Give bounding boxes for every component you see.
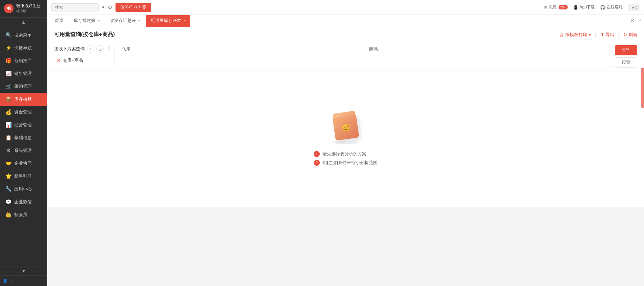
user-avatar-icon: 👤: [3, 279, 8, 283]
tab-batch-account-label: 库存批次账: [74, 18, 96, 24]
right-scrollbar[interactable]: [641, 68, 644, 108]
warehouse-filter-input[interactable]: [134, 45, 356, 53]
expand-tabs-button[interactable]: ⤢: [637, 18, 641, 24]
phone-icon: 📱: [573, 5, 578, 10]
sidebar-item-apps[interactable]: 🔧 应用中心: [0, 183, 47, 196]
sidebar-item-sales[interactable]: 📈 销售管理: [0, 67, 47, 80]
sidebar-item-shortcut-label: 快捷导航: [14, 45, 32, 51]
sidebar-item-finance[interactable]: 💰 资金管理: [0, 106, 47, 119]
filter-fields: 仓库 ··· 商品 ···: [115, 45, 610, 68]
warehouse-more-button[interactable]: ···: [359, 47, 362, 52]
collapse-filter-button[interactable]: 《: [106, 45, 110, 53]
sidebar-item-wechat-label: 企业微信: [14, 199, 32, 205]
sidebar-item-system[interactable]: ⚙ 系统管理: [0, 144, 47, 157]
tab-home-label: 首页: [55, 18, 63, 24]
print-dropdown-icon: ▾: [589, 32, 591, 37]
app-download-button[interactable]: 📱 App下载: [573, 4, 595, 10]
sidebar-item-onboarding[interactable]: 🌟 新手引导: [0, 170, 47, 183]
tab-available-qty[interactable]: 可用量库存账本 ×: [146, 15, 190, 27]
operations-icon: 📊: [5, 122, 11, 128]
sidebar-item-marketing-label: 营销推广: [14, 58, 32, 64]
page-content: 可用量查询(按仓库+商品) 🖨 按模板打印 ▾ | ⬆ 导出 | ↻ 刷新: [47, 27, 644, 286]
add-icon: +: [89, 47, 92, 52]
export-button[interactable]: ⬆ 导出: [600, 32, 614, 38]
marketing-icon: 🎁: [5, 58, 11, 64]
tab-available-qty-close[interactable]: ×: [183, 19, 185, 23]
add-schema-button[interactable]: +: [87, 45, 94, 53]
product-filter-field: 商品 ···: [369, 45, 610, 53]
industry-solution-button[interactable]: 体验行业方案: [115, 3, 151, 12]
user-menu-button[interactable]: Rit: [628, 4, 640, 11]
close-all-tabs-button[interactable]: ✕: [630, 18, 635, 24]
sidebar-scroll-down[interactable]: ▼: [0, 266, 47, 276]
product-filter-label: 商品: [369, 46, 379, 52]
app-logo: 畅: [4, 4, 14, 13]
schema-item-warehouse-product[interactable]: ⊙ 仓库+商品: [54, 55, 110, 66]
search-input[interactable]: [51, 3, 99, 11]
page-header: 可用量查询(按仓库+商品) 🖨 按模板打印 ▾ | ⬆ 导出 | ↻ 刷新: [47, 27, 644, 41]
tab-home[interactable]: 首页: [50, 15, 68, 27]
sidebar-item-finance-label: 资金管理: [14, 109, 32, 115]
page-title: 可用量查询(按仓库+商品): [54, 31, 115, 38]
print-icon: 🖨: [560, 32, 564, 37]
schema-settings-button[interactable]: ⊙: [96, 45, 104, 53]
sidebar-item-sales-label: 销售管理: [14, 71, 32, 77]
query-button[interactable]: 查询: [615, 45, 637, 55]
enterprise-icon: 🤝: [5, 160, 11, 166]
filter-section: 按以下方案查询 + ⊙ 《 ⊙ 仓库+商品: [47, 41, 644, 72]
sidebar-nav: 🔍 搜索菜单 ⚡ 快捷导航 🎁 营销推广 📈 销售管理 🛒 采购管理 📦 库存核…: [0, 27, 47, 266]
message-button[interactable]: ✉ 消息 99+: [544, 4, 568, 10]
message-label: 消息: [548, 4, 557, 10]
online-service-label: 在线客服: [607, 4, 623, 10]
refresh-button[interactable]: ↻ 刷新: [623, 32, 637, 38]
empty-tip-2: 2 用[过滤]条件来缩小分析范围: [314, 160, 378, 166]
topbar-right: ✉ 消息 99+ 📱 App下载 🎧 在线客服 Rit: [544, 4, 640, 11]
member-icon: 👑: [5, 212, 11, 218]
tab-batch-account-close[interactable]: ×: [98, 19, 100, 23]
tab-summary[interactable]: 收发存汇总表 ×: [105, 15, 145, 27]
print-button[interactable]: 🖨 按模板打印 ▾: [560, 32, 591, 38]
purchase-icon: 🛒: [5, 83, 11, 89]
empty-illustration: 😊: [329, 110, 363, 144]
sidebar-item-enterprise-label: 企业协同: [14, 160, 32, 166]
topbar-dropdown-btn[interactable]: ▾: [102, 5, 104, 10]
tab-batch-account[interactable]: 库存批次账 ×: [69, 15, 104, 27]
app-version: 标准版: [16, 9, 41, 14]
export-icon: ⬆: [600, 32, 604, 37]
empty-tip-1: 1 请先选择要分析的方案: [314, 151, 378, 157]
sidebar-item-member[interactable]: 👑 畅会员: [0, 208, 47, 221]
filter-sidebar-title: 按以下方案查询: [54, 46, 85, 52]
sidebar-item-apps-label: 应用中心: [14, 186, 32, 192]
sidebar-item-operations-label: 经营管理: [14, 122, 32, 128]
filter-settings-button[interactable]: 设置: [615, 57, 637, 68]
tab-summary-close[interactable]: ×: [138, 19, 140, 23]
tip-2-number: 2: [314, 160, 320, 166]
filter-sidebar-header: 按以下方案查询 + ⊙ 《: [54, 45, 110, 53]
topbar-gear-icon[interactable]: ⚙: [108, 4, 112, 10]
tip-1-text: 请先选择要分析的方案: [323, 151, 366, 157]
main-area: ▾ ⚙ 体验行业方案 ✉ 消息 99+ 📱 App下载 🎧 在线客服 Rit: [47, 0, 644, 286]
filter-schema-sidebar: 按以下方案查询 + ⊙ 《 ⊙ 仓库+商品: [54, 45, 115, 68]
product-more-button[interactable]: ···: [606, 47, 610, 52]
message-icon: ✉: [544, 5, 547, 10]
sidebar-item-inventory[interactable]: 📦 库存核算: [0, 93, 47, 106]
sidebar-item-purchase-label: 采购管理: [14, 83, 32, 89]
sidebar-user-area[interactable]: 👤 ···: [0, 276, 47, 286]
search-icon: 🔍: [5, 32, 11, 38]
tip-1-number: 1: [314, 151, 320, 157]
sidebar-item-marketing[interactable]: 🎁 营销推广: [0, 54, 47, 67]
sidebar-item-basic[interactable]: 📋 基础信息: [0, 131, 47, 144]
sidebar-item-shortcut[interactable]: ⚡ 快捷导航: [0, 42, 47, 54]
sidebar-item-search[interactable]: 🔍 搜索菜单: [0, 29, 47, 42]
sidebar-item-operations[interactable]: 📊 经营管理: [0, 119, 47, 131]
tip-2-text: 用[过滤]条件来缩小分析范围: [323, 160, 378, 166]
online-service-button[interactable]: 🎧 在线客服: [600, 4, 623, 10]
sidebar-item-purchase[interactable]: 🛒 采购管理: [0, 80, 47, 93]
filter-action-buttons: 查询 设置: [610, 45, 637, 68]
sidebar-item-enterprise[interactable]: 🤝 企业协同: [0, 157, 47, 170]
filter-sidebar-actions: + ⊙ 《: [87, 45, 110, 53]
sidebar-header: 畅 畅康通好生意 标准版: [0, 0, 47, 17]
sidebar-item-wechat[interactable]: 💬 企业微信: [0, 196, 47, 208]
product-filter-input[interactable]: [382, 45, 603, 53]
sidebar-scroll-up[interactable]: ▲: [0, 17, 47, 27]
